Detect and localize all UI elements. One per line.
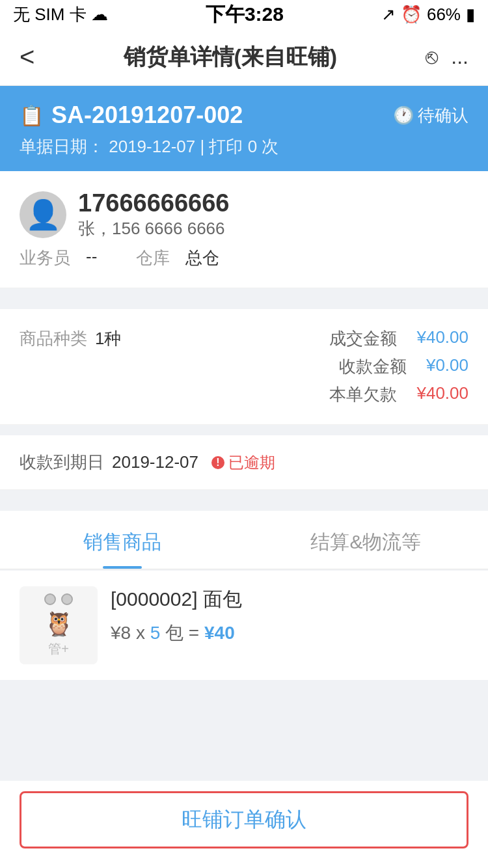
multiply-sign: x — [136, 623, 150, 643]
overdue-badge: ! 已逾期 — [211, 452, 275, 473]
warehouse-value: 总仓 — [185, 247, 219, 269]
bottom-spacer — [0, 680, 488, 784]
product-price: ¥8 x 5 包 = ¥40 — [111, 621, 242, 645]
back-button[interactable]: < — [20, 42, 34, 72]
sales-meta: 业务员 -- — [20, 247, 97, 269]
order-status-text: 待确认 — [418, 104, 468, 127]
confirm-button[interactable]: 旺铺订单确认 — [20, 791, 468, 848]
owl-eye-left — [44, 593, 56, 605]
order-status: 🕐 待确认 — [393, 104, 468, 127]
type-label: 商品种类 — [20, 327, 87, 350]
status-right: ↗ ⏰ 66% ▮ — [381, 5, 475, 25]
equal-sign: = — [189, 623, 204, 643]
alarm-icon: ⏰ — [401, 5, 422, 25]
order-date: 单据日期： 2019-12-07 | 打印 0 次 — [20, 135, 468, 158]
overdue-dot-icon: ! — [211, 456, 224, 469]
battery-text: 66% — [427, 5, 461, 25]
owe-value: ¥40.00 — [416, 383, 468, 406]
sales-label: 业务员 — [20, 247, 70, 269]
separator-1 — [0, 288, 488, 299]
status-bar: 无 SIM 卡 ☁ 下午3:28 ↗ ⏰ 66% ▮ — [0, 0, 488, 29]
price-value: ¥8 — [111, 623, 131, 643]
received-row: 收款金额 ¥0.00 — [339, 355, 468, 378]
avatar-icon: 👤 — [25, 198, 61, 232]
amount-value: ¥40.00 — [416, 327, 468, 350]
status-left: 无 SIM 卡 ☁ — [13, 3, 108, 26]
unit-value: 包 — [165, 623, 183, 643]
qty-value: 5 — [150, 623, 161, 643]
location-icon: ↗ — [381, 5, 396, 25]
type-value: 1种 — [95, 327, 121, 350]
more-icon[interactable]: ... — [451, 45, 468, 69]
status-time: 下午3:28 — [206, 1, 284, 28]
separator-2 — [0, 490, 488, 500]
clock-icon: 🕐 — [393, 105, 414, 126]
tab-products-label: 销售商品 — [83, 531, 161, 552]
customer-phone: 17666666666 — [78, 189, 229, 217]
product-info: [0000002] 面包 ¥8 x 5 包 = ¥40 — [111, 586, 242, 645]
owe-row: 本单欠款 ¥40.00 — [329, 383, 468, 406]
total-value: ¥40 — [204, 623, 235, 643]
customer-top: 👤 17666666666 张，156 6666 6666 — [20, 189, 468, 240]
owl-icon: 🦉 管+ — [44, 593, 74, 658]
summary-right: 成交金额 ¥40.00 收款金额 ¥0.00 本单欠款 ¥40.00 — [329, 327, 468, 406]
product-name-text: 面包 — [203, 588, 242, 610]
received-label: 收款金额 — [339, 355, 407, 378]
plus-text: 管+ — [48, 640, 69, 658]
tab-products[interactable]: 销售商品 — [0, 511, 244, 569]
received-value: ¥0.00 — [426, 355, 468, 378]
share-icon[interactable]: ⎋ — [426, 45, 438, 69]
due-date-label: 收款到期日 — [20, 451, 104, 474]
order-icon: 📋 — [20, 104, 44, 127]
owl-body-icon: 🦉 — [44, 610, 74, 638]
no-sim-text: 无 SIM 卡 ☁ — [13, 3, 108, 26]
bottom-bar: 旺铺订单确认 — [0, 781, 488, 868]
customer-card: 👤 17666666666 张，156 6666 6666 业务员 -- 仓库 … — [0, 171, 488, 288]
owl-eye-right — [61, 593, 73, 605]
product-thumbnail: 🦉 管+ — [20, 586, 98, 664]
summary-left: 商品种类 1种 — [20, 327, 121, 350]
battery-icon: ▮ — [466, 5, 475, 25]
avatar: 👤 — [20, 191, 66, 238]
summary-section: 商品种类 1种 成交金额 ¥40.00 收款金额 ¥0.00 本单欠款 ¥40.… — [0, 309, 488, 425]
product-item: 🦉 管+ [0000002] 面包 ¥8 x 5 包 = ¥40 — [20, 586, 468, 664]
date-label: 单据日期： — [20, 137, 104, 156]
tab-settlement[interactable]: 结算&物流等 — [244, 511, 488, 569]
amount-label: 成交金额 — [329, 327, 397, 350]
customer-sub: 张，156 6666 6666 — [78, 217, 229, 240]
due-date-value: 2019-12-07 — [112, 452, 198, 472]
tab-settlement-label: 结算&物流等 — [310, 531, 421, 552]
due-date-section: 收款到期日 2019-12-07 ! 已逾期 — [0, 435, 488, 490]
nav-icons: ⎋ ... — [426, 45, 468, 69]
owe-label: 本单欠款 — [329, 383, 397, 406]
warehouse-label: 仓库 — [136, 247, 170, 269]
tabs-container: 销售商品 结算&物流等 — [0, 511, 488, 569]
customer-meta: 业务员 -- 仓库 总仓 — [20, 247, 468, 269]
overdue-text: 已逾期 — [228, 452, 275, 473]
order-id: 📋 SA-20191207-002 — [20, 102, 243, 129]
product-list: 🦉 管+ [0000002] 面包 ¥8 x 5 包 = ¥40 — [0, 571, 488, 680]
order-date-value: 2019-12-07 — [109, 137, 195, 156]
customer-name: 17666666666 张，156 6666 6666 — [78, 189, 229, 240]
order-header: 📋 SA-20191207-002 🕐 待确认 单据日期： 2019-12-07… — [0, 86, 488, 171]
nav-bar: < 销货单详情(来自旺铺) ⎋ ... — [0, 29, 488, 86]
owl-eyes — [44, 593, 73, 605]
sales-value: -- — [86, 247, 97, 269]
order-id-text: SA-20191207-002 — [51, 102, 243, 129]
print-info: | 打印 0 次 — [200, 137, 278, 156]
product-code: [0000002] — [111, 588, 197, 610]
page-title: 销货单详情(来自旺铺) — [124, 42, 338, 72]
warehouse-meta: 仓库 总仓 — [136, 247, 219, 269]
order-id-row: 📋 SA-20191207-002 🕐 待确认 — [20, 102, 468, 129]
amount-row: 成交金额 ¥40.00 — [329, 327, 468, 350]
product-name: [0000002] 面包 — [111, 586, 242, 613]
